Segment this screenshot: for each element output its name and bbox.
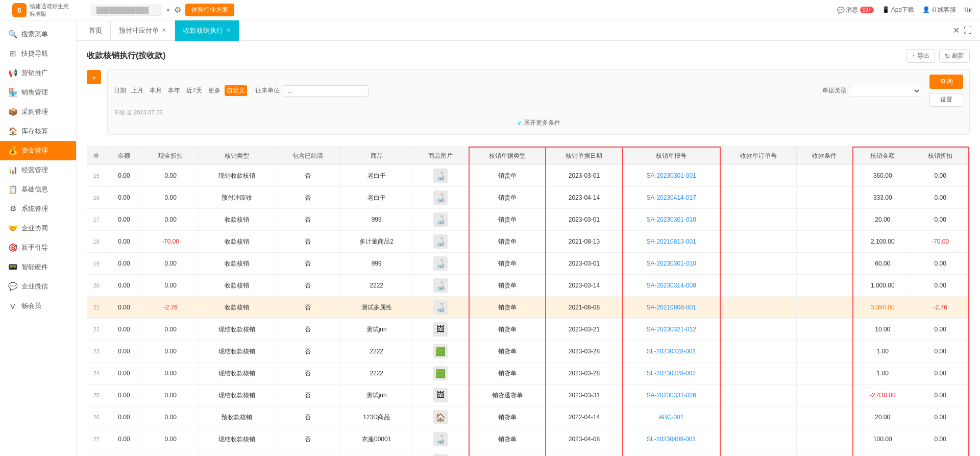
bill-no-link[interactable]: SA-20210808-001 [646, 304, 696, 311]
settings-icon[interactable]: ⚙ [174, 5, 181, 15]
cell-cancel-amount: 100.00 [853, 428, 912, 450]
cell-cancel-bill-no[interactable]: SA-20210808-001 [623, 297, 720, 319]
cell-receipt-order-no [720, 406, 797, 428]
cell-goods: 测试jun [341, 319, 412, 341]
cell-cancel-bill-no[interactable]: SA-20230414-017 [623, 187, 720, 209]
date-this-month[interactable]: 本月 [148, 85, 164, 96]
cell-id: 19 [87, 253, 106, 275]
cell-receipt-order-no [720, 341, 797, 363]
cell-cancel-bill-no[interactable]: SA-20230301-010 [623, 253, 720, 275]
sidebar-item-sales[interactable]: 🏪 销售管理 [0, 83, 76, 102]
col-cancel-bill-no: 核销单报号 [623, 147, 720, 165]
dropdown-icon[interactable]: ▾ [166, 6, 170, 14]
expand-btn[interactable]: ∨ 展开更多条件 [114, 118, 963, 127]
date-custom[interactable]: 自定义 [225, 85, 247, 96]
bill-no-link[interactable]: SA-20230301-010 [646, 260, 696, 267]
filter-row: 日期 上月 本月 本年 近7天 更多 自定义 [114, 75, 963, 107]
refresh-btn[interactable]: ↻ 刷新 [939, 49, 970, 63]
cell-cancel-bill-no[interactable]: SA-20230331-026 [623, 385, 720, 406]
top-search-box[interactable]: ████████████ [91, 5, 162, 16]
sidebar-item-label: 新手引导 [21, 243, 48, 252]
tab-bar-actions: ✕ ⛶ [953, 26, 976, 35]
cell-receipt-order-no [720, 253, 797, 275]
cell-cancel-bill-type: 销货单 [469, 319, 546, 341]
sidebar-item-inventory[interactable]: 🏠 库存核算 [0, 122, 76, 141]
cell-goods: 测试jun [341, 385, 412, 406]
bill-no-link[interactable]: SL-20230408-001 [647, 436, 696, 443]
bill-no-link[interactable]: ABC-001 [659, 414, 684, 421]
export-btn[interactable]: ↑ 导出 [906, 49, 935, 63]
sidebar-item-finance[interactable]: 💰 资金管理 [0, 141, 76, 160]
cell-cancel-bill-no[interactable]: SA-20230301-010 [623, 209, 720, 231]
tab-home[interactable]: 首页 [81, 20, 111, 41]
date-7days[interactable]: 近7天 [184, 85, 204, 96]
query-btn[interactable]: 查询 [929, 75, 963, 89]
cell-cancel-bill-no[interactable]: ABC-001 [623, 406, 720, 428]
bill-no-link[interactable]: SA-20210813-001 [646, 238, 696, 245]
setting-btn[interactable]: 设置 [929, 93, 963, 107]
tab-prepay[interactable]: 预付冲应付单 ✕ [111, 20, 175, 41]
bill-no-link[interactable]: SA-20230414-017 [646, 194, 696, 201]
sidebar-item-member[interactable]: V 畅会员 [0, 296, 76, 316]
cell-receipt-order-no [720, 363, 797, 385]
counterpart-input[interactable] [283, 85, 369, 97]
cell-cancel-bill-no[interactable]: SL-20230328-001 [623, 341, 720, 363]
cell-cancel-amount: 10.00 [853, 319, 912, 341]
app-download[interactable]: 📱 App下载 [882, 6, 914, 14]
cell-cancel-bill-type: 销货单 [469, 450, 546, 457]
member-icon: V [8, 302, 17, 310]
cell-goods-img: 🟩 [412, 450, 469, 457]
sidebar-item-hardware[interactable]: 📟 智能硬件 [0, 257, 76, 277]
receipt-type-label: 单据类型 [822, 86, 847, 95]
sidebar-item-system[interactable]: ⚙ 系统管理 [0, 199, 76, 219]
cell-receipt-condition [796, 385, 853, 406]
tab-prepay-label: 预付冲应付单 [119, 26, 159, 35]
cell-cancel-bill-no[interactable]: SL-20230408-001 [623, 428, 720, 450]
bill-no-link[interactable]: SA-20230301-010 [646, 216, 696, 223]
tab-close-btn[interactable]: ✕ [953, 26, 960, 35]
sidebar-item-guide[interactable]: 🎯 新手引导 [0, 238, 76, 257]
date-more[interactable]: 更多 [206, 85, 223, 96]
cell-cancel-bill-no[interactable]: SA-20230321-012 [623, 319, 720, 341]
cell-cancel-bill-no[interactable]: SA-20230314-008 [623, 275, 720, 297]
bill-no-link[interactable]: SA-20230301-001 [646, 172, 696, 179]
cell-cancel-bill-no[interactable]: SA-20210813-001 [623, 231, 720, 253]
cell-cancel-type: 现结收款核销 [199, 341, 275, 363]
sidebar-item-marketing[interactable]: 📢 营销推广 [0, 63, 76, 83]
col-settings[interactable]: ⚙ [87, 147, 106, 165]
sidebar-item-operations[interactable]: 📊 经营管理 [0, 160, 76, 180]
sidebar-item-quick-nav[interactable]: ⊞ 快捷导航 [0, 44, 76, 63]
cell-cancel-discount: 0.00 [912, 275, 969, 297]
date-last-month[interactable]: 上月 [129, 85, 145, 96]
bill-no-link[interactable]: SL-20230328-001 [647, 348, 696, 355]
bill-no-link[interactable]: SA-20230321-012 [646, 326, 696, 333]
bill-no-link[interactable]: SA-20230331-026 [646, 392, 696, 399]
cell-balance: 0.00 [106, 428, 142, 450]
sidebar-item-search[interactable]: 🔍 搜索菜单 [0, 25, 76, 44]
cell-id: 27 [87, 428, 106, 450]
cell-cancel-bill-no[interactable]: SL-20230418-001 [623, 450, 720, 457]
sidebar-item-purchase[interactable]: 📦 采购管理 [0, 102, 76, 122]
tab-receipt-cancel[interactable]: 收款核销执行 ✕ [175, 20, 239, 41]
sidebar-item-corp-collab[interactable]: 🤝 企业协同 [0, 219, 76, 238]
close-tab-prepay[interactable]: ✕ [162, 27, 166, 34]
bill-no-link[interactable]: SA-20230314-008 [646, 282, 696, 289]
date-this-year[interactable]: 本年 [166, 85, 182, 96]
table-row: 28 0.00 0.00 现结收款核销 否 2222 🟩 销货单 2023-04… [87, 450, 969, 457]
sidebar-item-wechat[interactable]: 💬 企业微信 [0, 277, 76, 296]
cell-cancel-bill-no[interactable]: SA-20230301-001 [623, 165, 720, 187]
cell-include-settled: 否 [275, 363, 341, 385]
user-name[interactable]: Rit [964, 7, 972, 14]
bill-no-link[interactable]: SL-20230328-002 [647, 370, 696, 377]
close-tab-receipt[interactable]: ✕ [226, 27, 231, 34]
cell-balance: 0.00 [106, 275, 142, 297]
sidebar-item-basic-info[interactable]: 📋 基础信息 [0, 180, 76, 199]
cell-balance: 0.00 [106, 385, 142, 406]
receipt-type-select[interactable] [850, 85, 921, 97]
tab-expand-btn[interactable]: ⛶ [964, 26, 972, 35]
cell-cancel-bill-no[interactable]: SL-20230328-002 [623, 363, 720, 385]
filter-expand-icon[interactable]: » [87, 70, 101, 84]
notification-area[interactable]: 💬 消息 99+ [837, 6, 874, 14]
industry-btn[interactable]: 体验行业方案 [185, 4, 234, 16]
online-service[interactable]: 👤 在线客服 [922, 6, 956, 14]
